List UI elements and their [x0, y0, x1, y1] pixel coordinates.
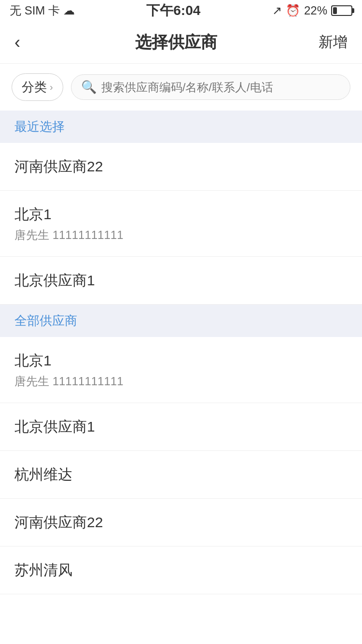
all-section-label: 全部供应商	[14, 313, 77, 328]
battery-icon	[331, 5, 352, 16]
all-section-header: 全部供应商	[0, 305, 362, 337]
category-label: 分类	[22, 79, 47, 96]
item-name: 苏州清风	[14, 560, 348, 580]
list-item[interactable]: 北京1唐先生 11111111111	[0, 337, 362, 403]
back-button[interactable]: ‹	[14, 32, 43, 53]
item-sub: 唐先生 11111111111	[14, 227, 348, 243]
item-name: 河南供应商22	[14, 512, 348, 532]
filter-row: 分类 › 🔍	[0, 64, 362, 111]
nav-bar: ‹ 选择供应商 新增	[0, 21, 362, 64]
item-name: 北京供应商1	[14, 270, 348, 291]
item-sub: 唐先生 11111111111	[14, 374, 348, 389]
category-filter-button[interactable]: 分类 ›	[12, 73, 63, 101]
list-item[interactable]: 河南供应商22	[0, 499, 362, 546]
recent-items-list: 河南供应商22北京1唐先生 11111111111北京供应商1	[0, 143, 362, 305]
item-name: 杭州维达	[14, 464, 348, 485]
search-icon: 🔍	[81, 80, 97, 95]
list-item[interactable]: 苏州清风	[0, 546, 362, 594]
alarm-icon: ⏰	[286, 4, 300, 17]
recent-section-header: 最近选择	[0, 111, 362, 143]
status-left: 无 SIM 卡 ☁	[10, 3, 75, 18]
sim-status: 无 SIM 卡 ☁	[10, 3, 75, 18]
list-item[interactable]: 杭州维达	[0, 451, 362, 499]
battery-percent: 22%	[304, 4, 327, 17]
status-bar: 无 SIM 卡 ☁ 下午6:04 ↗ ⏰ 22%	[0, 0, 362, 21]
item-name: 北京1	[14, 204, 348, 224]
list-item[interactable]: 北京1唐先生 11111111111	[0, 191, 362, 257]
add-button[interactable]: 新增	[309, 32, 348, 52]
location-icon: ↗	[272, 4, 282, 17]
list-item[interactable]: 北京供应商1	[0, 403, 362, 451]
all-items-list: 北京1唐先生 11111111111北京供应商1杭州维达河南供应商22苏州清风	[0, 337, 362, 594]
chevron-right-icon: ›	[50, 82, 53, 93]
battery-fill	[333, 7, 337, 14]
item-name: 北京供应商1	[14, 417, 348, 437]
page-title: 选择供应商	[135, 31, 217, 54]
recent-section-label: 最近选择	[14, 119, 65, 134]
item-name: 北京1	[14, 350, 348, 371]
search-input[interactable]	[101, 81, 340, 94]
search-box: 🔍	[71, 74, 350, 100]
status-right: ↗ ⏰ 22%	[272, 4, 352, 17]
status-time: 下午6:04	[146, 1, 200, 20]
list-item[interactable]: 北京供应商1	[0, 257, 362, 305]
list-item[interactable]: 河南供应商22	[0, 143, 362, 191]
item-name: 河南供应商22	[14, 156, 348, 177]
